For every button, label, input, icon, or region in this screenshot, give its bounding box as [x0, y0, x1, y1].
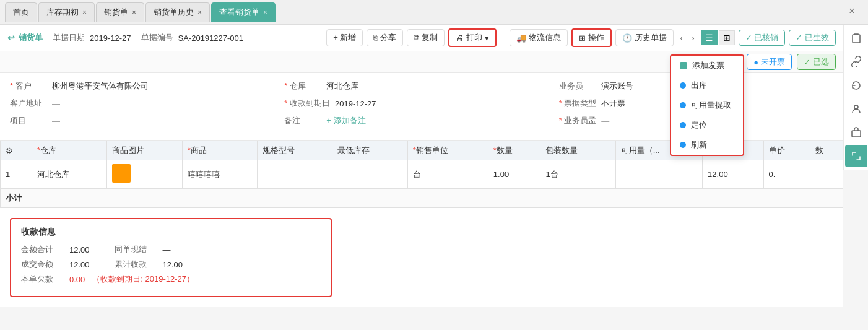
copy-button[interactable]: ⧉ 复制 — [407, 29, 445, 46]
col-package-qty: 包装数量 — [540, 141, 615, 160]
right-sidebar — [843, 25, 868, 170]
project-value: — — [52, 116, 60, 126]
row-price: 0. — [763, 160, 810, 189]
sidebar-package-icon[interactable] — [845, 121, 867, 144]
sidebar-clipboard-icon[interactable] — [845, 27, 867, 50]
svg-point-1 — [854, 105, 858, 109]
locate-icon — [680, 122, 686, 128]
row-warehouse: 河北仓库 — [32, 160, 106, 189]
available-icon — [680, 102, 686, 108]
outbound-item[interactable]: 出库 — [671, 76, 743, 95]
transaction-amount-label: 成交金额 — [21, 259, 64, 270]
grid-icon: ⊞ — [579, 33, 586, 43]
tab-home[interactable]: 首页 — [5, 2, 37, 22]
subtotal-row: 小计 — [1, 189, 843, 208]
primary-toolbar: ↩ 销货单 单据日期 2019-12-27 单据编号 SA-20191227-0… — [0, 25, 843, 51]
same-order-label: 同单现结 — [115, 244, 158, 255]
tab-sales-history[interactable]: 销货单历史 × — [145, 2, 210, 22]
cancelled-status-button[interactable]: ✓ 已核销 — [739, 30, 786, 46]
col-quantity: *数量 — [488, 141, 540, 160]
payment-box: 收款信息 金额合计 12.00 同单现结 — 成交金额 12.00 — [10, 218, 332, 297]
tab-close-sales[interactable]: × — [132, 8, 136, 17]
grid-view-btn[interactable]: ⊞ — [719, 30, 735, 45]
sidebar-link-icon[interactable] — [845, 51, 867, 73]
warehouse-value: 河北仓库 — [326, 80, 358, 92]
outbound-icon — [680, 82, 686, 89]
toolbar-separator — [503, 32, 503, 44]
add-invoice-item[interactable]: 添加发票 — [671, 56, 743, 76]
ticket-type-value: 不开票 — [601, 98, 625, 109]
svg-rect-0 — [853, 35, 860, 43]
cumulative-payment-item: 累计收款 12.00 — [115, 259, 183, 270]
svg-rect-2 — [852, 131, 861, 137]
new-button[interactable]: + 新增 — [326, 29, 363, 46]
checked-button[interactable]: ✓ 已选 — [797, 54, 836, 70]
sidebar-user-icon[interactable] — [845, 98, 867, 120]
document-type-label: ↩ 销货单 — [7, 32, 43, 43]
salesperson2-label: 业务员孟 — [559, 115, 597, 126]
tab-close-inventory[interactable]: × — [82, 8, 87, 17]
refresh-item[interactable]: 刷新 — [671, 135, 743, 155]
total-amount-value: 12.00 — [69, 245, 90, 254]
project-field: 项目 — — [10, 115, 284, 126]
total-amount-label: 金额合计 — [21, 244, 64, 255]
operations-button[interactable]: ⊞ 操作 — [571, 28, 612, 47]
note-field: 备注 + 添加备注 — [284, 115, 558, 126]
same-order-settlement-item: 同单现结 — — [115, 244, 171, 255]
logistics-button[interactable]: 🚚 物流信息 — [510, 29, 568, 46]
doc-number-field: 单据编号 SA-20191227-001 — [141, 32, 244, 43]
customer-field: 客户 柳州粤港平安气体有限公司 — [10, 80, 284, 92]
refresh-icon — [680, 142, 686, 148]
cumulative-payment-value: 12.00 — [163, 260, 183, 269]
operations-dropdown: 添加发票 出库 可用量提取 定位 刷新 — [670, 54, 744, 156]
tab-close-history[interactable]: × — [197, 8, 202, 17]
truck-icon: 🚚 — [516, 33, 526, 43]
tab-bar: 首页 库存期初 × 销货单 × 销货单历史 × 查看销货单 × × — [0, 0, 868, 25]
address-field: 客户地址 — — [10, 98, 284, 109]
print-button[interactable]: 🖨 打印 ▾ — [448, 28, 497, 47]
tab-sales-order[interactable]: 销货单 × — [96, 2, 144, 22]
nav-next[interactable]: › — [689, 32, 697, 44]
add-note-button[interactable]: + 添加备注 — [326, 115, 365, 126]
row-product-img — [107, 160, 182, 189]
not-opened-button[interactable]: ● 未开票 — [747, 54, 792, 70]
tab-inventory-init[interactable]: 库存期初 × — [38, 2, 95, 22]
row-quantity: 1.00 — [488, 160, 540, 189]
row-package-qty: 1台 — [540, 160, 615, 189]
list-view-btn[interactable]: ☰ — [701, 30, 718, 45]
payment-title: 收款信息 — [21, 227, 321, 238]
copy-icon: ⧉ — [414, 33, 419, 43]
nav-prev[interactable]: ‹ — [677, 32, 685, 44]
add-invoice-icon — [680, 62, 687, 69]
address-value: — — [52, 99, 60, 108]
tab-view-sales[interactable]: 查看销货单 × — [211, 2, 276, 22]
sidebar-refresh-icon[interactable] — [845, 74, 867, 97]
due-date-label: 收款到期日 — [284, 98, 330, 109]
view-toggle: ☰ ⊞ — [701, 30, 735, 45]
col-spec: 规格型号 — [257, 141, 332, 160]
col-price: 单价 — [763, 141, 810, 160]
settings-icon: ⚙ — [6, 146, 13, 155]
tab-close-view[interactable]: × — [263, 8, 267, 17]
window-close-button[interactable]: × — [846, 5, 858, 17]
doc-date-field: 单据日期 2019-12-27 — [53, 32, 131, 43]
total-amount-item: 金额合计 12.00 — [21, 244, 90, 255]
row-index: 1 — [1, 160, 32, 189]
cumulative-payment-label: 累计收款 — [115, 259, 158, 270]
locate-item[interactable]: 定位 — [671, 115, 743, 135]
effective-status-button[interactable]: ✓ 已生效 — [789, 30, 836, 46]
share-button[interactable]: ⎘ 分享 — [367, 29, 403, 46]
due-date-field: 收款到期日 2019-12-27 — [284, 98, 558, 109]
table-row: 1 河北仓库 嘻嘻嘻嘻 台 1.00 1台 12.00 0. — [1, 160, 843, 189]
col-settings[interactable]: ⚙ — [1, 141, 32, 160]
toolbar-actions: + 新增 ⎘ 分享 ⧉ 复制 🖨 打印 ▾ 🚚 物流信息 — [326, 28, 836, 47]
col-min-stock: 最低库存 — [332, 141, 407, 160]
history-button[interactable]: 🕐 历史单据 — [615, 29, 674, 46]
transaction-amount-value: 12.00 — [69, 260, 90, 269]
col-unit: *销售单位 — [407, 141, 488, 160]
sidebar-expand-icon[interactable] — [845, 145, 867, 167]
available-extract-item[interactable]: 可用量提取 — [671, 95, 743, 115]
warehouse-label: 仓库 — [284, 80, 321, 92]
payment-row-1: 金额合计 12.00 同单现结 — — [21, 244, 321, 255]
print-icon: 🖨 — [456, 33, 464, 43]
